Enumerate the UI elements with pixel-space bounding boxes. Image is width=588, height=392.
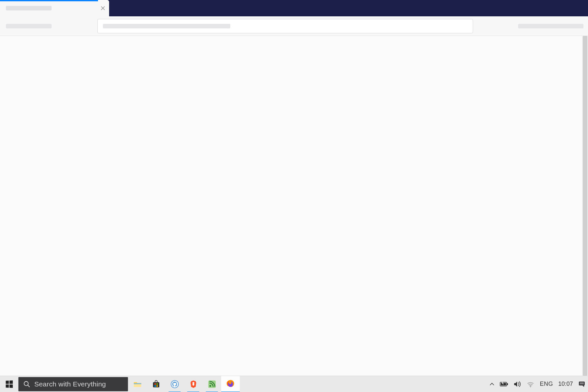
- tray-network[interactable]: [524, 376, 537, 392]
- svg-rect-3: [134, 383, 141, 384]
- svg-rect-15: [507, 383, 508, 385]
- svg-point-11: [209, 385, 211, 386]
- tray-language[interactable]: ENG: [537, 376, 556, 392]
- tray-show-hidden[interactable]: [487, 376, 497, 392]
- tray-language-label: ENG: [540, 381, 553, 387]
- taskbar-apps: [128, 376, 240, 392]
- battery-icon: [500, 381, 508, 387]
- nav-buttons-placeholder: [6, 24, 52, 28]
- tray-volume[interactable]: [511, 376, 524, 392]
- tab-loading-indicator: [0, 0, 98, 1]
- taskbar-app-file-explorer[interactable]: [128, 376, 147, 392]
- close-icon: [101, 6, 105, 10]
- svg-rect-7: [154, 385, 155, 386]
- taskbar-app-github-desktop[interactable]: [165, 376, 184, 392]
- github-desktop-icon: [170, 380, 179, 389]
- svg-point-16: [530, 386, 531, 387]
- svg-line-1: [28, 385, 29, 386]
- search-icon: [23, 381, 30, 388]
- svg-rect-4: [153, 382, 159, 387]
- tray-notifications[interactable]: [576, 376, 588, 392]
- browser-content-area: [0, 36, 588, 376]
- system-tray: ENG 10:07: [487, 376, 588, 392]
- browser-toolbar: [0, 16, 588, 36]
- browser-tab-active[interactable]: [0, 0, 109, 16]
- wifi-icon: [527, 381, 534, 387]
- file-explorer-icon: [133, 380, 142, 389]
- tray-clock[interactable]: 10:07: [556, 376, 576, 392]
- taskbar-app-brave-browser[interactable]: [184, 376, 203, 392]
- brave-browser-icon: [189, 380, 198, 389]
- tab-close-button[interactable]: [100, 5, 106, 11]
- taskbar-search-placeholder: Search with Everything: [34, 380, 106, 388]
- taskbar-app-rss-reader[interactable]: [203, 376, 221, 392]
- microsoft-store-icon: [152, 380, 161, 389]
- start-button[interactable]: [0, 376, 18, 392]
- browser-tabstrip: [0, 0, 588, 16]
- rss-reader-icon: [207, 380, 217, 389]
- svg-rect-5: [154, 383, 155, 384]
- taskbar: Search with Everything: [0, 376, 588, 392]
- taskbar-search[interactable]: Search with Everything: [18, 377, 128, 391]
- content-scrollbar-thumb[interactable]: [583, 36, 587, 376]
- tray-clock-label: 10:07: [558, 381, 573, 387]
- tray-battery[interactable]: [497, 376, 511, 392]
- svg-rect-17: [579, 382, 585, 385]
- address-bar-placeholder: [103, 24, 230, 28]
- toolbar-actions-placeholder: [518, 24, 583, 28]
- notifications-icon: [578, 381, 585, 387]
- svg-rect-6: [156, 383, 157, 384]
- windows-logo-icon: [6, 380, 13, 388]
- address-bar[interactable]: [97, 19, 473, 33]
- chevron-up-icon: [489, 382, 495, 387]
- firefox-icon: [226, 379, 235, 388]
- svg-point-9: [171, 380, 178, 388]
- svg-rect-8: [156, 385, 157, 386]
- content-scrollbar[interactable]: [582, 36, 588, 376]
- taskbar-app-microsoft-store[interactable]: [147, 376, 165, 392]
- taskbar-app-firefox[interactable]: [221, 376, 240, 392]
- volume-icon: [514, 381, 521, 387]
- tab-title-placeholder: [6, 6, 52, 10]
